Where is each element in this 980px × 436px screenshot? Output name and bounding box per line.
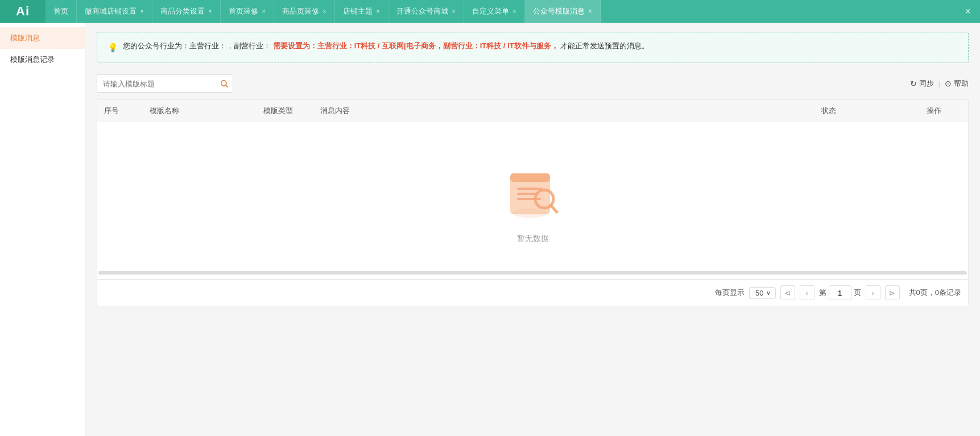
first-page-button[interactable]: ⊲ xyxy=(780,285,795,300)
empty-text: 暂无数据 xyxy=(517,234,549,244)
sync-button[interactable]: ↻ 同步 xyxy=(910,78,934,89)
th-type: 模版类型 xyxy=(257,100,313,122)
scrollbar-track[interactable] xyxy=(98,271,967,275)
th-action: 操作 xyxy=(900,100,968,122)
tab-close-custom-menu[interactable]: × xyxy=(512,7,516,15)
search-input-wrapper xyxy=(97,74,233,93)
help-button[interactable]: ⊙ 帮助 xyxy=(945,78,969,89)
search-right: ↻ 同步 | ⊙ 帮助 xyxy=(910,78,969,89)
tab-close-wshop-settings[interactable]: × xyxy=(140,7,144,15)
scrollbar-row xyxy=(97,267,968,279)
sync-icon: ↻ xyxy=(910,79,917,88)
empty-icon xyxy=(499,156,567,225)
per-page-value: 50 xyxy=(755,289,763,297)
svg-point-8 xyxy=(539,194,544,198)
th-name: 模版名称 xyxy=(143,100,257,122)
page-prefix: 第 xyxy=(819,288,826,298)
notice-text: 您的公众号行业为：主营行业：，副营行业： 需要设置为：主营行业：IT科技 / 互… xyxy=(123,40,649,52)
nav-tab-category-settings[interactable]: 商品分类设置× xyxy=(152,0,221,23)
notice-highlight: 需要设置为：主营行业：IT科技 / 互联网|电子商务，副营行业：IT科技 / I… xyxy=(273,41,559,50)
empty-state: 暂无数据 xyxy=(97,122,968,267)
nav-tabs: 首页微商城店铺设置×商品分类设置×首页装修×商品页装修×店铺主题×开通公众号商城… xyxy=(46,0,956,23)
nav-tab-homepage-decor[interactable]: 首页装修× xyxy=(221,0,274,23)
tab-close-product-decor[interactable]: × xyxy=(322,7,326,15)
help-label: 帮助 xyxy=(954,78,969,89)
tab-close-shop-theme[interactable]: × xyxy=(376,7,380,15)
content-area: 💡 您的公众号行业为：主营行业：，副营行业： 需要设置为：主营行业：IT科技 /… xyxy=(85,23,980,436)
nav-tab-wshop-settings[interactable]: 微商城店铺设置× xyxy=(77,0,152,23)
nav-tab-open-wechat-shop[interactable]: 开通公众号商城× xyxy=(388,0,464,23)
total-text: 共0页，0条记录 xyxy=(909,288,961,298)
search-button[interactable] xyxy=(220,79,229,88)
table-header: 序号 模版名称 模版类型 消息内容 状态 操作 xyxy=(97,100,968,122)
notice-text-after: 才能正常发送预置的消息。 xyxy=(560,41,649,50)
svg-rect-5 xyxy=(517,198,541,200)
main-layout: 模版消息模版消息记录 💡 您的公众号行业为：主营行业：，副营行业： 需要设置为：… xyxy=(0,23,980,436)
nav-tab-shop-theme[interactable]: 店铺主题× xyxy=(335,0,388,23)
nav-tab-home[interactable]: 首页 xyxy=(46,0,77,23)
th-content: 消息内容 xyxy=(313,100,814,122)
page-unit: 页 xyxy=(854,288,861,298)
sidebar-item-template-msg-record[interactable]: 模版消息记录 xyxy=(0,49,85,70)
page-input[interactable] xyxy=(829,285,851,300)
sidebar: 模版消息模版消息记录 xyxy=(0,23,85,436)
app-logo: Ai xyxy=(0,0,46,23)
divider: | xyxy=(938,80,940,88)
search-bar: ↻ 同步 | ⊙ 帮助 xyxy=(97,74,969,93)
bulb-icon: 💡 xyxy=(107,41,118,55)
nav-tab-custom-menu[interactable]: 自定义菜单× xyxy=(464,0,525,23)
page-info: 第 页 xyxy=(819,285,861,300)
sidebar-item-template-msg[interactable]: 模版消息 xyxy=(0,27,85,49)
pagination-bar: 每页显示 50 ∨ ⊲ ‹ 第 页 › ⊳ 共0页，0条记录 xyxy=(97,279,968,306)
search-left xyxy=(97,74,233,93)
close-all-button[interactable]: × xyxy=(956,0,980,23)
th-status: 状态 xyxy=(814,100,900,122)
search-input[interactable] xyxy=(97,74,233,93)
th-seq: 序号 xyxy=(97,100,143,122)
prev-page-button[interactable]: ‹ xyxy=(800,285,814,300)
svg-line-7 xyxy=(551,205,557,212)
notice-text-before: 您的公众号行业为：主营行业：，副营行业： xyxy=(123,41,271,50)
sync-label: 同步 xyxy=(919,78,934,89)
tab-close-open-wechat-shop[interactable]: × xyxy=(452,7,456,15)
notice-box: 💡 您的公众号行业为：主营行业：，副营行业： 需要设置为：主营行业：IT科技 /… xyxy=(97,32,969,63)
nav-tab-template-msg[interactable]: 公众号模版消息× xyxy=(525,0,601,23)
help-icon: ⊙ xyxy=(945,79,952,88)
per-page-select[interactable]: 50 ∨ xyxy=(749,287,775,299)
table-wrapper: 序号 模版名称 模版类型 消息内容 状态 操作 xyxy=(97,99,969,306)
tab-close-homepage-decor[interactable]: × xyxy=(262,7,266,15)
per-page-chevron: ∨ xyxy=(766,289,771,297)
next-page-button[interactable]: › xyxy=(866,285,880,300)
svg-line-1 xyxy=(226,85,228,87)
tab-close-category-settings[interactable]: × xyxy=(208,7,212,15)
nav-tab-product-decor[interactable]: 商品页装修× xyxy=(274,0,335,23)
svg-rect-3 xyxy=(517,188,543,190)
top-nav: Ai 首页微商城店铺设置×商品分类设置×首页装修×商品页装修×店铺主题×开通公众… xyxy=(0,0,980,23)
tab-close-template-msg[interactable]: × xyxy=(588,7,592,15)
per-page-label: 每页显示 xyxy=(715,288,745,298)
last-page-button[interactable]: ⊳ xyxy=(885,285,900,300)
